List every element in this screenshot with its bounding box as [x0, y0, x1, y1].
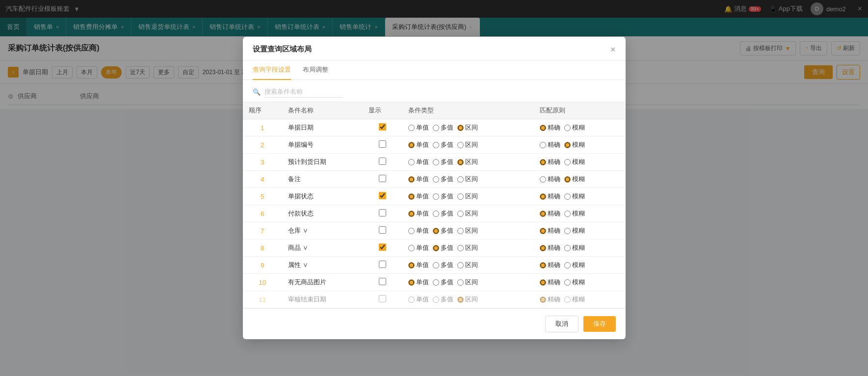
dialog-overlay: 设置查询区域布局 × 查询字段设置 布局调整 🔍 顺序 条件名称: [0, 0, 868, 109]
tab-query-fields-label: 查询字段设置: [253, 66, 291, 73]
search-icon: 🔍: [253, 88, 261, 96]
col-display: 显示: [363, 102, 402, 109]
col-match: 匹配原则: [534, 102, 626, 109]
tab-query-fields[interactable]: 查询字段设置: [253, 60, 291, 80]
table-header: 顺序 条件名称 显示 条件类型 匹配原则: [243, 102, 626, 109]
settings-dialog: 设置查询区域布局 × 查询字段设置 布局调整 🔍 顺序 条件名称: [243, 37, 626, 109]
col-name: 条件名称: [282, 102, 363, 109]
search-input[interactable]: [264, 86, 343, 98]
dialog-header: 设置查询区域布局 ×: [243, 37, 626, 60]
conditions-table: 顺序 条件名称 显示 条件类型 匹配原则 1单据日期单值多值区间精确模糊2单据编…: [243, 102, 626, 109]
dialog-close-button[interactable]: ×: [610, 45, 616, 54]
dialog-tab-bar: 查询字段设置 布局调整: [243, 60, 626, 80]
tab-layout-adjust[interactable]: 布局调整: [303, 60, 328, 80]
tab-layout-adjust-label: 布局调整: [303, 66, 328, 73]
col-order: 顺序: [243, 102, 283, 109]
col-type: 条件类型: [402, 102, 534, 109]
dialog-title: 设置查询区域布局: [253, 45, 312, 54]
dialog-table-container: 顺序 条件名称 显示 条件类型 匹配原则 1单据日期单值多值区间精确模糊2单据编…: [243, 102, 626, 109]
search-row: 🔍: [243, 80, 626, 102]
